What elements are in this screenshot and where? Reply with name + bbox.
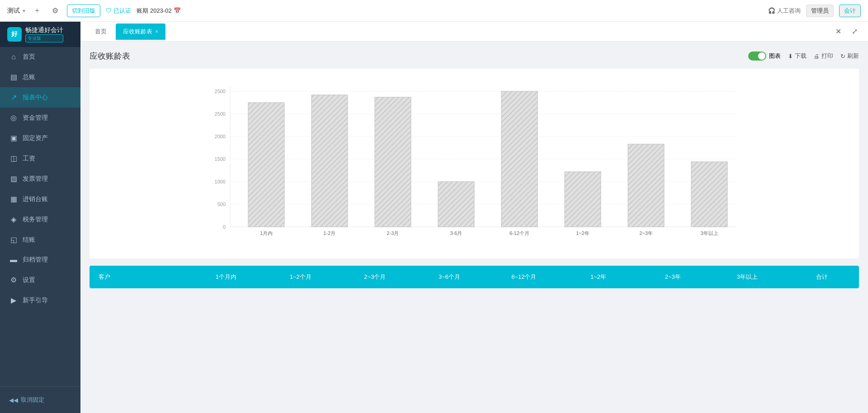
- period-value: 2023-02: [150, 7, 172, 14]
- chart-toggle[interactable]: [748, 52, 766, 61]
- sidebar-item-close[interactable]: ◱ 结账: [0, 230, 80, 250]
- chart-container: 0 500 1000 1500 2000 2500 2500 1月内 1-: [90, 69, 859, 258]
- tab-aging[interactable]: 应收账龄表 ×: [116, 23, 165, 40]
- settings-gear-icon: ⚙: [9, 276, 18, 284]
- sidebar-label-fund: 资金管理: [23, 114, 48, 122]
- support-label: 人工咨询: [777, 7, 801, 15]
- pro-badge: 专业版: [25, 34, 63, 42]
- print-icon: 🖨: [814, 53, 820, 60]
- settings-btn[interactable]: ⚙: [49, 5, 61, 17]
- svg-text:0: 0: [223, 224, 226, 230]
- table-header: 客户 1个月内 1~2个月 2~3个月 3~6个月 6~12个月 1~2年 2~…: [90, 266, 859, 288]
- th-2-3year: 2~3年: [636, 266, 710, 288]
- content-area: 首页 应收账龄表 × ✕ ⤢ 应收账龄表 图表: [80, 22, 868, 413]
- svg-text:6-12个月: 6-12个月: [509, 230, 529, 236]
- bar-3: [375, 97, 411, 227]
- download-btn[interactable]: ⬇ 下载: [788, 52, 807, 60]
- tab-aging-label: 应收账龄表: [123, 28, 152, 36]
- sidebar-label-salary: 工资: [23, 155, 35, 163]
- sidebar-label-close: 结账: [23, 236, 35, 244]
- workspace-selector[interactable]: 测试 ▾: [7, 7, 25, 15]
- bar-7: [628, 144, 664, 227]
- bar-2: [311, 95, 348, 227]
- user-btn[interactable]: 管理员: [806, 5, 834, 17]
- sidebar-item-salary[interactable]: ◫ 工资: [0, 148, 80, 169]
- tab-home[interactable]: 首页: [88, 23, 114, 40]
- sidebar-item-report[interactable]: ↗ 报表中心: [0, 87, 80, 108]
- svg-text:2-3月: 2-3月: [387, 230, 399, 236]
- bar-6: [565, 172, 601, 227]
- sidebar-label-guide: 新手引导: [23, 296, 48, 305]
- ledger-icon: ▤: [9, 73, 18, 81]
- svg-text:1500: 1500: [215, 156, 226, 162]
- sidebar-item-fund[interactable]: ◎ 资金管理: [0, 108, 80, 128]
- page-title: 应收账龄表: [90, 51, 130, 61]
- sidebar-item-home[interactable]: ⌂ 首页: [0, 47, 80, 67]
- download-label: 下载: [795, 52, 807, 60]
- sidebar: 好 畅捷通好会计 专业版 ⌂ 首页 ▤ 总账 ↗ 报表中心 ◎ 资金管理: [0, 22, 80, 413]
- th-1month: 1个月内: [189, 266, 264, 288]
- calendar-icon[interactable]: 📅: [174, 7, 181, 14]
- tab-close-icon[interactable]: ×: [155, 28, 158, 35]
- refresh-label: 刷新: [847, 52, 859, 60]
- svg-text:2500: 2500: [215, 89, 226, 94]
- tab-bar: 首页 应收账龄表 × ✕ ⤢: [80, 22, 868, 42]
- bar-chart: 0 500 1000 1500 2000 2500 2500 1月内 1-: [99, 78, 850, 249]
- sidebar-label-archive: 归档管理: [23, 256, 48, 264]
- tab-close-btn[interactable]: ✕: [832, 25, 844, 38]
- workspace-arrow-icon: ▾: [23, 8, 25, 14]
- main-layout: 好 畅捷通好会计 专业版 ⌂ 首页 ▤ 总账 ↗ 报表中心 ◎ 资金管理: [0, 22, 868, 413]
- sidebar-item-ledger[interactable]: ▤ 总账: [0, 67, 80, 87]
- sidebar-bottom: ◀◀ 取消固定: [0, 386, 80, 413]
- chart-inner: 0 500 1000 1500 2000 2500 2500 1月内 1-: [99, 78, 850, 249]
- top-nav-right: 🎧 人工咨询 管理员 会计: [768, 5, 861, 17]
- home-icon: ⌂: [9, 53, 18, 61]
- sales-icon: ▦: [9, 195, 18, 203]
- tax-icon: ◈: [9, 215, 18, 224]
- svg-text:3年以上: 3年以上: [700, 230, 718, 236]
- chart-toggle-group: 图表: [748, 52, 781, 61]
- sidebar-item-guide[interactable]: ▶ 新手引导: [0, 290, 80, 310]
- sidebar-item-settings[interactable]: ⚙ 设置: [0, 270, 80, 290]
- role-btn[interactable]: 会计: [839, 5, 861, 17]
- refresh-btn[interactable]: ↻ 刷新: [840, 52, 859, 60]
- sidebar-item-archive[interactable]: ▬ 归档管理: [0, 250, 80, 270]
- th-1-2month: 1~2个月: [263, 266, 338, 288]
- logo-text: 畅捷通好会计: [25, 26, 63, 34]
- support-btn[interactable]: 🎧 人工咨询: [768, 7, 801, 15]
- sidebar-label-invoice: 发票管理: [23, 175, 48, 183]
- archive-icon: ▬: [9, 256, 18, 264]
- certified-text: 已认证: [113, 7, 131, 15]
- svg-text:1月内: 1月内: [260, 230, 273, 236]
- add-btn[interactable]: ＋: [31, 5, 43, 17]
- sidebar-label-sales: 进销台账: [23, 195, 48, 203]
- switch-version-btn[interactable]: 切到旧版: [67, 5, 100, 17]
- bar-8: [691, 162, 727, 227]
- toggle-label: 图表: [769, 52, 781, 60]
- period-badge: 账期 2023-02 📅: [137, 7, 181, 15]
- sidebar-item-tax[interactable]: ◈ 税务管理: [0, 209, 80, 230]
- bar-5: [501, 91, 538, 227]
- th-customer: 客户: [90, 266, 189, 288]
- th-3plus: 3年以上: [710, 266, 785, 288]
- unfix-btn[interactable]: ◀◀ 取消固定: [0, 391, 80, 408]
- print-label: 打印: [821, 52, 833, 60]
- print-btn[interactable]: 🖨 打印: [814, 52, 833, 60]
- sidebar-item-sales[interactable]: ▦ 进销台账: [0, 189, 80, 209]
- top-nav: 测试 ▾ ＋ ⚙ 切到旧版 🛡 已认证 账期 2023-02 📅 🎧 人工咨询 …: [0, 0, 868, 22]
- tab-right-actions: ✕ ⤢: [832, 25, 861, 38]
- sidebar-logo: 好 畅捷通好会计 专业版: [0, 22, 80, 47]
- svg-text:2500: 2500: [215, 111, 226, 117]
- salary-icon: ◫: [9, 154, 18, 163]
- svg-text:1~2年: 1~2年: [576, 230, 590, 236]
- tab-expand-btn[interactable]: ⤢: [848, 25, 861, 38]
- sidebar-item-assets[interactable]: ▣ 固定资产: [0, 128, 80, 148]
- th-2-3month: 2~3个月: [338, 266, 412, 288]
- svg-text:500: 500: [217, 202, 226, 207]
- certified-badge: 🛡 已认证: [106, 7, 131, 15]
- sidebar-item-invoice[interactable]: ▨ 发票管理: [0, 169, 80, 189]
- svg-text:1000: 1000: [215, 179, 226, 184]
- tab-home-label: 首页: [95, 28, 107, 36]
- page-header: 应收账龄表 图表 ⬇ 下载 🖨 打印 ↻: [90, 51, 859, 61]
- fund-icon: ◎: [9, 113, 18, 122]
